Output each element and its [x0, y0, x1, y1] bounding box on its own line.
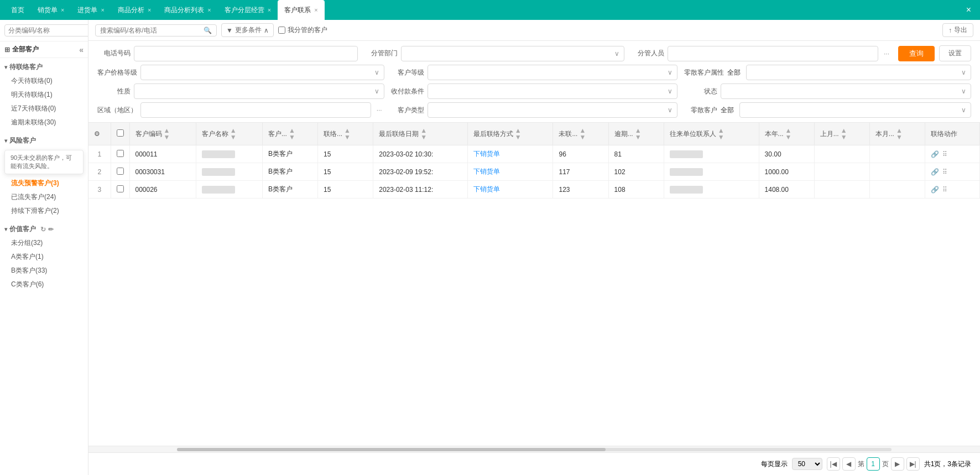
filter-zero-attr-select[interactable]: ∨: [746, 65, 971, 80]
tab-close-product-list[interactable]: ×: [207, 7, 211, 13]
filter-status-select[interactable]: ∨: [721, 83, 971, 99]
sidebar-group-value-title[interactable]: ▾ 价值客户 ↻ ✏: [0, 222, 88, 236]
tab-product-list[interactable]: 商品分析列表 ×: [158, 0, 217, 20]
sort-this-month[interactable]: 本月... ▲▼: [875, 127, 903, 140]
sidebar-item-today[interactable]: 今天待联络(0): [0, 74, 88, 88]
tab-close-customer-tier[interactable]: ×: [268, 7, 271, 13]
col-select-all[interactable]: [111, 123, 129, 145]
sort-overdue[interactable]: 逾期... ▲▼: [614, 127, 642, 140]
sidebar-item-churn-warning[interactable]: 流失预警客户(3): [0, 176, 88, 190]
sidebar: 🔍 ⊞ 全部客户 « ▾ 待联络客户 今天待联络(0) 明天待联络(1) 近7天…: [0, 20, 88, 475]
first-page-button[interactable]: |◀: [827, 457, 840, 471]
sidebar-item-class-c[interactable]: C类客户(6): [0, 278, 88, 291]
filter-type-select[interactable]: ∨: [428, 102, 678, 118]
col-settings[interactable]: ⚙: [88, 123, 111, 145]
filter-dept-select[interactable]: ∨: [401, 46, 625, 61]
sort-code[interactable]: 客户编码 ▲▼: [135, 127, 170, 140]
row-overdue-2: 108: [608, 181, 664, 199]
filter-person-select[interactable]: [668, 46, 878, 61]
tab-customer-tier[interactable]: 客户分层经营 ×: [218, 0, 278, 20]
next-page-button[interactable]: ▶: [891, 457, 904, 471]
tab-home[interactable]: 首页: [4, 0, 31, 20]
filter-area-select[interactable]: [140, 102, 371, 118]
sort-arrows-this-month: ▲▼: [896, 127, 903, 140]
more-filter-button[interactable]: ▼ 更多条件 ∧: [221, 23, 274, 37]
query-button[interactable]: 查询: [898, 46, 935, 61]
sort-contact-person[interactable]: 往来单位联系人 ▲▼: [670, 127, 724, 140]
row-last-method-2[interactable]: 下销货单: [467, 181, 553, 199]
filter-price-select[interactable]: ∨: [140, 65, 384, 80]
action-link-icon-0[interactable]: 🔗: [931, 150, 939, 158]
row-checkbox-0[interactable]: [111, 145, 129, 163]
tab-close-sales[interactable]: ×: [61, 7, 64, 13]
tab-close-customer-contact[interactable]: ×: [314, 7, 317, 13]
row-last-method-1[interactable]: 下销货单: [467, 163, 553, 181]
action-more-icon-2[interactable]: ⠿: [942, 186, 947, 194]
prev-page-button[interactable]: ◀: [842, 457, 856, 471]
sidebar-all-customers[interactable]: ⊞ 全部客户 «: [0, 41, 88, 58]
row-code-0: 000011: [129, 145, 196, 163]
action-link-icon-1[interactable]: 🔗: [931, 168, 939, 176]
row-name-1: [196, 163, 262, 181]
row-checkbox-2[interactable]: [111, 181, 129, 199]
chevron-icon: ∧: [264, 27, 269, 34]
tab-product-analysis[interactable]: 商品分析 ×: [111, 0, 158, 20]
sort-uncontacted[interactable]: 未联... ▲▼: [559, 127, 586, 140]
export-button[interactable]: ↑ 导出: [942, 23, 973, 37]
search-input[interactable]: [100, 27, 201, 34]
sort-last-method[interactable]: 最后联络方式 ▲▼: [473, 127, 522, 140]
tab-customer-contact[interactable]: 客户联系 ×: [278, 0, 324, 20]
my-customers-checkbox-label[interactable]: 我分管的客户: [278, 25, 327, 35]
customers-table: ⚙ 客户编码 ▲▼ 客户名称 ▲▼: [88, 123, 980, 199]
sort-arrows-type: ▲▼: [289, 127, 295, 140]
sort-arrows-this-year: ▲▼: [785, 127, 792, 140]
sort-last-date[interactable]: 最后联络日期 ▲▼: [379, 127, 427, 140]
sidebar-item-churned[interactable]: 已流失客户(24): [0, 190, 88, 204]
sort-this-year[interactable]: 本年... ▲▼: [765, 127, 792, 140]
my-customers-checkbox[interactable]: [278, 27, 285, 34]
tab-sales[interactable]: 销货单 ×: [31, 0, 71, 20]
sort-type[interactable]: 客户... ▲▼: [268, 127, 295, 140]
more-icon[interactable]: ···: [882, 50, 892, 58]
tab-close-product-analysis[interactable]: ×: [148, 7, 151, 13]
sort-contact[interactable]: 联络... ▲▼: [324, 127, 351, 140]
select-all-checkbox[interactable]: [117, 129, 124, 137]
sidebar-group-risk-title[interactable]: ▾ 风险客户: [0, 134, 88, 148]
sidebar-item-tomorrow[interactable]: 明天待联络(1): [0, 88, 88, 102]
per-page-select[interactable]: 50 100 200: [792, 458, 822, 470]
area-more-icon[interactable]: ···: [374, 106, 384, 114]
chevron-down-icon: ▾: [4, 64, 7, 70]
tab-purchase[interactable]: 进货单 ×: [71, 0, 111, 20]
sidebar-item-ungrouped[interactable]: 未分组(32): [0, 236, 88, 250]
close-all-icon[interactable]: ×: [962, 5, 976, 15]
sidebar-group-pending-title[interactable]: ▾ 待联络客户: [0, 60, 88, 74]
last-page-button[interactable]: ▶|: [906, 457, 920, 471]
row-checkbox-1[interactable]: [111, 163, 129, 181]
collapse-icon[interactable]: «: [79, 45, 84, 54]
action-link-icon-2[interactable]: 🔗: [931, 186, 939, 194]
sidebar-item-7days[interactable]: 近7天待联络(0): [0, 102, 88, 116]
row-last-method-0[interactable]: 下销货单: [467, 145, 553, 163]
sidebar-item-class-b[interactable]: B类客户(33): [0, 264, 88, 278]
tooltip-risk: 90天未交易的客户，可能有流失风险。: [4, 150, 84, 174]
filter-payment-select[interactable]: ∨: [428, 83, 678, 99]
sidebar-search-input[interactable]: [4, 24, 88, 36]
sort-last-month[interactable]: 上月... ▲▼: [820, 127, 847, 140]
page-label-prefix: 第: [858, 460, 864, 469]
sidebar-item-overdue[interactable]: 逾期未联络(30): [0, 116, 88, 129]
sort-name[interactable]: 客户名称 ▲▼: [202, 127, 237, 140]
filter-gender-select[interactable]: ∨: [134, 83, 384, 99]
filter-zero-customer-select[interactable]: ∨: [739, 102, 971, 118]
sidebar-item-class-a[interactable]: A类客户(1): [0, 250, 88, 264]
action-more-icon-0[interactable]: ⠿: [942, 150, 947, 158]
tab-close-purchase[interactable]: ×: [101, 7, 104, 13]
filter-phone-input[interactable]: [134, 46, 358, 61]
filter-level-select[interactable]: ∨: [428, 65, 678, 80]
horizontal-scrollbar[interactable]: [177, 448, 892, 451]
row-contact-1: 15: [318, 163, 373, 181]
filter-panel: 电话号码 分管部门 ∨ 分管人员 ··· 查询: [88, 41, 980, 123]
action-more-icon-1[interactable]: ⠿: [942, 168, 947, 176]
setting-button[interactable]: 设置: [939, 45, 971, 61]
sidebar-item-declining[interactable]: 持续下滑客户(2): [0, 204, 88, 218]
search-icon-main[interactable]: 🔍: [204, 27, 212, 34]
